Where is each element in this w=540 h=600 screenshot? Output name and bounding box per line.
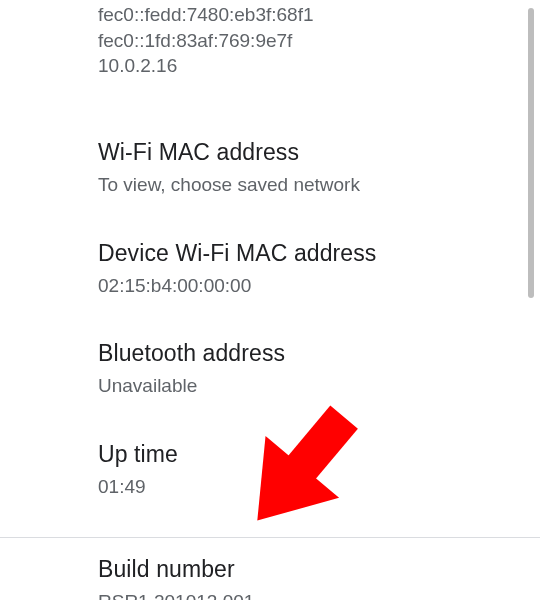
ip-address-values: fec0::fedd:7480:eb3f:68f1 fec0::1fd:83af… [98,0,520,97]
ip-line: 10.0.2.16 [98,53,520,79]
device-wifi-mac-value: 02:15:b4:00:00:00 [98,273,520,299]
wifi-mac-row[interactable]: Wi-Fi MAC address To view, choose saved … [98,97,520,198]
build-number-row[interactable]: Build number RSR1.201013.001 [0,538,540,600]
device-wifi-mac-title: Device Wi-Fi MAC address [98,240,520,267]
uptime-row[interactable]: Up time 01:49 [98,399,520,500]
ip-line: fec0::fedd:7480:eb3f:68f1 [98,2,520,28]
uptime-title: Up time [98,441,520,468]
bluetooth-value: Unavailable [98,373,520,399]
bluetooth-row[interactable]: Bluetooth address Unavailable [98,298,520,399]
scrollbar[interactable] [528,8,534,298]
build-number-value: RSR1.201013.001 [98,589,540,600]
wifi-mac-value: To view, choose saved network [98,172,520,198]
build-number-title: Build number [98,556,540,583]
bluetooth-title: Bluetooth address [98,340,520,367]
uptime-value: 01:49 [98,474,520,500]
wifi-mac-title: Wi-Fi MAC address [98,139,520,166]
ip-line: fec0::1fd:83af:769:9e7f [98,28,520,54]
device-wifi-mac-row[interactable]: Device Wi-Fi MAC address 02:15:b4:00:00:… [98,198,520,299]
